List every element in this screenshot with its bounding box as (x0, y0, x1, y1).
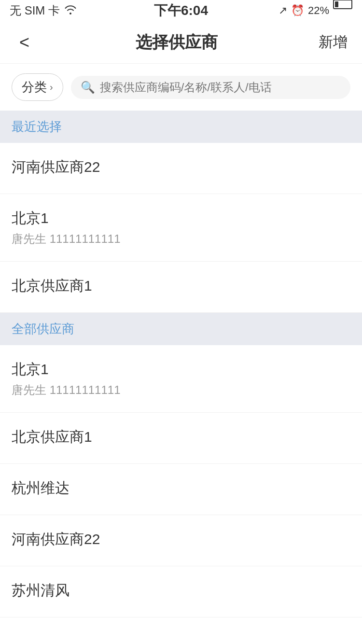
all-items-list: 北京1唐先生 11111111111北京供应商1杭州维达河南供应商22苏州清风 (0, 345, 362, 617)
status-time: 下午6:04 (154, 1, 208, 20)
status-right: ↗ ⏰ 22% (278, 0, 352, 22)
wifi-icon (64, 4, 77, 17)
add-button[interactable]: 新增 (319, 32, 348, 52)
status-left: 无 SIM 卡 (10, 3, 77, 18)
item-name: 北京供应商1 (12, 427, 350, 447)
list-item[interactable]: 北京供应商1 (0, 413, 362, 464)
battery-percent: 22% (308, 4, 329, 17)
list-item[interactable]: 杭州维达 (0, 464, 362, 515)
nav-title: 选择供应商 (136, 31, 218, 54)
item-name: 杭州维达 (12, 478, 350, 498)
location-icon: ↗ (278, 4, 287, 17)
item-name: 北京1 (12, 209, 350, 228)
category-label: 分类 (22, 79, 47, 96)
item-name: 北京1 (12, 360, 350, 379)
list-item[interactable]: 河南供应商22 (0, 515, 362, 566)
item-name: 河南供应商22 (12, 530, 350, 549)
list-item[interactable]: 北京1唐先生 11111111111 (0, 345, 362, 413)
item-name: 河南供应商22 (12, 157, 350, 177)
recent-items-list: 河南供应商22北京1唐先生 11111111111北京供应商1 (0, 143, 362, 313)
alarm-icon: ⏰ (291, 4, 304, 17)
list-item[interactable]: 北京1唐先生 11111111111 (0, 194, 362, 262)
search-bar: 分类 › 🔍 (0, 64, 362, 111)
list-item[interactable]: 苏州清风 (0, 566, 362, 617)
recent-section-header: 最近选择 (0, 111, 362, 143)
search-input-wrapper[interactable]: 🔍 (71, 76, 350, 99)
nav-bar: < 选择供应商 新增 (0, 21, 362, 64)
item-sub: 唐先生 11111111111 (12, 231, 350, 247)
category-filter-button[interactable]: 分类 › (12, 73, 63, 101)
list-item[interactable]: 河南供应商22 (0, 143, 362, 194)
search-input[interactable] (100, 81, 341, 94)
item-sub: 唐先生 11111111111 (12, 382, 350, 398)
battery-icon (333, 0, 352, 22)
item-name: 北京供应商1 (12, 276, 350, 296)
item-name: 苏州清风 (12, 581, 350, 601)
list-item[interactable]: 北京供应商1 (0, 262, 362, 313)
search-icon: 🔍 (81, 81, 95, 94)
sim-label: 无 SIM 卡 (10, 3, 60, 18)
chevron-right-icon: › (50, 82, 53, 93)
status-bar: 无 SIM 卡 下午6:04 ↗ ⏰ 22% (0, 0, 362, 21)
all-section-header: 全部供应商 (0, 313, 362, 345)
back-button[interactable]: < (14, 28, 34, 57)
